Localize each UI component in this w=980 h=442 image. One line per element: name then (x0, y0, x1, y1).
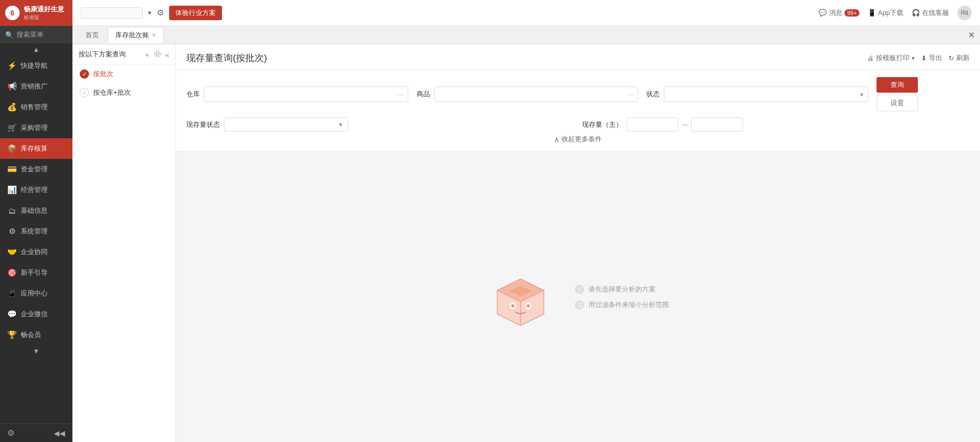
operation-icon: 📊 (7, 185, 17, 195)
sidebar-item-inventory[interactable]: 📦 库存核算 (0, 138, 72, 159)
sidebar-item-member[interactable]: 🏆 畅会员 (0, 325, 72, 345)
collapse-filters-button[interactable]: ∧ 收起更多条件 (554, 135, 602, 144)
close-icon: ✕ (968, 31, 975, 39)
app-title-block: 畅康通好生意 标准版 (24, 5, 64, 21)
search-icon: 🔍 (5, 31, 13, 39)
add-scheme-button[interactable]: + (145, 50, 150, 59)
sidebar-item-quick-nav[interactable]: ⚡ 快捷导航 (0, 55, 72, 76)
messages-button[interactable]: 💬 消息 99+ (819, 8, 859, 18)
sidebar-item-label: 应用中心 (21, 289, 48, 298)
message-icon: 💬 (819, 9, 827, 17)
tab-bar: 首页 库存批次账 × ✕ (72, 26, 980, 45)
scroll-down-btn[interactable]: ▼ (0, 345, 72, 357)
query-button[interactable]: 查询 (877, 77, 918, 93)
topbar-dropdown[interactable]: ▾ (148, 9, 152, 17)
wechat-icon: 💬 (7, 310, 17, 319)
settings-button[interactable]: 设置 (877, 95, 918, 111)
main-area: ▾ ⚙ 体验行业方案 💬 消息 99+ 📱 App下载 🎧 在线客服 (72, 0, 980, 442)
sidebar: 6 畅康通好生意 标准版 🔍 搜索菜单 ▲ ⚡ 快捷导航 📢 营销推广 💰 销售… (0, 0, 72, 442)
scroll-up-btn[interactable]: ▲ (0, 43, 72, 55)
svg-point-8 (511, 304, 514, 307)
avatar: Rit (957, 6, 972, 20)
empty-state: 1 请先选择要分析的方案 2 用过滤条件来缩小分析范围 (176, 152, 980, 442)
sales-icon: 💰 (7, 102, 17, 112)
hint2-text: 用过滤条件来缩小分析范围 (588, 300, 669, 310)
messages-label: 消息 (829, 8, 842, 18)
app-name: 畅康通好生意 (24, 5, 64, 14)
status-select[interactable]: ▾ (664, 86, 868, 102)
status-label: 状态 (646, 90, 660, 99)
quick-nav-icon: ⚡ (7, 61, 17, 70)
warehouse-input[interactable]: ··· (204, 86, 408, 102)
left-panel-header: 按以下方案查询 + « (72, 45, 175, 65)
stock-main-range: — (627, 117, 743, 131)
user-profile[interactable]: Rit (957, 6, 972, 20)
warehouse-more-icon[interactable]: ··· (398, 91, 404, 98)
left-panel-actions: + « (145, 50, 169, 59)
app-download-button[interactable]: 📱 App下载 (868, 8, 903, 18)
tab-active-label: 库存批次账 (115, 31, 149, 40)
stock-min-input[interactable] (627, 117, 678, 131)
sidebar-item-label: 企业微信 (21, 310, 48, 319)
sidebar-item-label: 基础信息 (21, 206, 48, 215)
topbar-gear-button[interactable]: ⚙ (157, 8, 164, 18)
export-label: 导出 (929, 53, 942, 63)
enterprise-icon: 🤝 (7, 247, 17, 257)
sidebar-item-appcenter[interactable]: 📱 应用中心 (0, 283, 72, 304)
page-header-actions: 🖨 按模板打印 ▾ ⬇ 导出 ↻ 刷新 (867, 53, 970, 63)
phone-icon: 📱 (868, 9, 876, 17)
sidebar-item-label: 新手引导 (21, 268, 48, 277)
sidebar-item-label: 畅会员 (21, 330, 41, 340)
sidebar-nav: ▲ ⚡ 快捷导航 📢 营销推广 💰 销售管理 🛒 采购管理 📦 库存核算 💳 资… (0, 43, 72, 423)
product-more-icon[interactable]: ··· (628, 91, 634, 98)
tab-home[interactable]: 首页 (78, 27, 107, 43)
sidebar-item-finance[interactable]: 💳 资金管理 (0, 159, 72, 180)
stock-status-select[interactable]: ▾ (224, 117, 348, 131)
footer-settings-icon[interactable]: ⚙ (7, 428, 14, 438)
sidebar-item-wechat[interactable]: 💬 企业微信 (0, 304, 72, 325)
left-panel-title: 按以下方案查询 (79, 50, 126, 59)
collapse-label: 收起更多条件 (561, 135, 602, 144)
scheme-inactive-dot: ○ (80, 88, 89, 97)
system-icon: ⚙ (7, 227, 17, 236)
tab-close-icon[interactable]: × (152, 32, 156, 39)
stock-status-label: 现存量状态 (186, 120, 220, 129)
print-template-button[interactable]: 🖨 按模板打印 ▾ (867, 53, 915, 63)
sidebar-item-marketing[interactable]: 📢 营销推广 (0, 76, 72, 97)
export-button[interactable]: ⬇ 导出 (921, 53, 942, 63)
search-menu[interactable]: 🔍 搜索菜单 (0, 26, 72, 43)
collapse-left-panel-button[interactable]: « (165, 50, 169, 59)
warehouse-label: 仓库 (186, 90, 200, 99)
appcenter-icon: 📱 (7, 289, 17, 298)
sidebar-item-label: 经营管理 (21, 185, 48, 195)
stock-max-input[interactable] (691, 117, 743, 131)
breadcrumb-input[interactable] (81, 7, 143, 19)
sidebar-item-purchase[interactable]: 🛒 采购管理 (0, 117, 72, 138)
online-service-button[interactable]: 🎧 在线客服 (912, 8, 949, 18)
stock-status-arrow: ▾ (339, 121, 343, 128)
sidebar-item-system[interactable]: ⚙ 系统管理 (0, 221, 72, 242)
main-content: 现存量查询(按批次) 🖨 按模板打印 ▾ ⬇ 导出 ↻ 刷新 (176, 45, 980, 442)
tab-inventory-batch[interactable]: 库存批次账 × (108, 27, 164, 43)
product-input[interactable]: ··· (434, 86, 639, 102)
scheme-item-by-batch[interactable]: ✓ 按批次 (72, 65, 175, 83)
sidebar-item-basic[interactable]: 🗂 基础信息 (0, 200, 72, 221)
app-version: 标准版 (24, 14, 64, 21)
experience-button[interactable]: 体验行业方案 (169, 6, 222, 20)
empty-illustration (487, 263, 554, 331)
footer-collapse-icon[interactable]: ◀◀ (54, 429, 65, 437)
sidebar-item-sales[interactable]: 💰 销售管理 (0, 97, 72, 117)
scheme-settings-button[interactable] (154, 50, 161, 59)
scheme-item-by-warehouse-batch[interactable]: ○ 按仓库+批次 (72, 83, 175, 102)
svg-point-9 (527, 304, 530, 307)
topbar-left: ▾ ⚙ 体验行业方案 (81, 6, 222, 20)
sidebar-item-guide[interactable]: 🎯 新手引导 (0, 262, 72, 283)
purchase-icon: 🛒 (7, 123, 17, 132)
sidebar-item-operation[interactable]: 📊 经营管理 (0, 180, 72, 200)
warehouse-filter-group: 仓库 ··· (186, 86, 408, 102)
refresh-label: 刷新 (956, 53, 970, 63)
sidebar-item-enterprise[interactable]: 🤝 企业协同 (0, 242, 72, 262)
empty-hint-2: 2 用过滤条件来缩小分析范围 (575, 300, 669, 310)
refresh-button[interactable]: ↻ 刷新 (948, 53, 970, 63)
tab-bar-close-button[interactable]: ✕ (968, 30, 975, 40)
